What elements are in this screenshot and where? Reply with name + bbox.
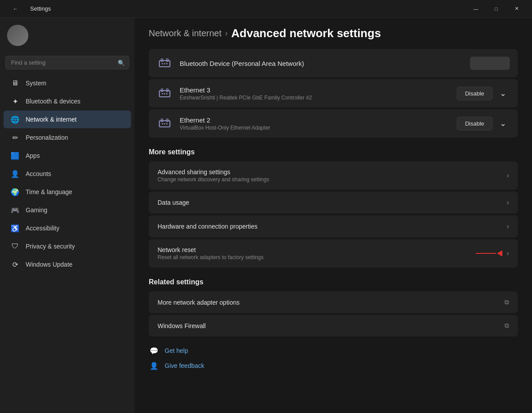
titlebar: ← Settings — □ ✕ (0, 0, 532, 18)
more-settings-row-2[interactable]: Hardware and connection properties › (149, 215, 518, 237)
sidebar-item-bluetooth[interactable]: ✦ Bluetooth & devices (4, 92, 131, 110)
related-settings-header: Related settings (149, 278, 518, 286)
disable-button-1[interactable]: Disable (457, 87, 493, 100)
give-feedback-label: Give feedback (165, 362, 204, 369)
settings-row-title-2: Hardware and connection properties (158, 223, 502, 230)
give-feedback-link[interactable]: 👤 Give feedback (149, 360, 518, 371)
settings-row-chevron-0: › (507, 172, 509, 180)
adapter-desc-1: EeshwarSrishti | Realtek PCIe GbE Family… (180, 95, 450, 101)
breadcrumb-current: Advanced network settings (231, 27, 381, 40)
more-settings-header: More settings (149, 148, 518, 156)
adapter-icon-0 (157, 55, 173, 71)
more-settings-container: Advanced sharing settings Change network… (149, 161, 518, 237)
time-icon: 🌍 (11, 187, 19, 196)
settings-row-desc-0: Change network discovery and sharing set… (158, 176, 502, 183)
search-input[interactable] (5, 56, 129, 69)
sidebar-item-time[interactable]: 🌍 Time & language (4, 183, 131, 201)
expand-button-1[interactable]: ⌄ (496, 87, 510, 100)
settings-row-title-1: Data usage (158, 199, 502, 206)
network-reset-title: Network reset (158, 246, 467, 253)
sidebar-item-accessibility[interactable]: ♿ Accessibility (4, 219, 131, 237)
svg-point-15 (162, 123, 163, 125)
system-icon: 🖥 (11, 79, 19, 88)
give-feedback-icon: 👤 (149, 360, 159, 371)
content-area: Network & internet › Advanced network se… (135, 18, 532, 413)
svg-point-16 (164, 123, 166, 125)
settings-row-content-2: Hardware and connection properties (158, 223, 502, 230)
avatar (7, 25, 28, 46)
more-settings-row-0[interactable]: Advanced sharing settings Change network… (149, 161, 518, 190)
related-row-content-1: Windows Firewall (158, 322, 500, 329)
sidebar-item-label-accessibility: Accessibility (26, 225, 59, 232)
sidebar-item-privacy[interactable]: 🛡 Privacy & security (4, 237, 131, 255)
svg-point-5 (166, 63, 168, 65)
minimize-button[interactable]: — (466, 2, 486, 16)
maximize-icon: □ (495, 6, 498, 11)
avatar-image (7, 25, 28, 46)
settings-row-title-0: Advanced sharing settings (158, 168, 502, 176)
get-help-link[interactable]: 💬 Get help (149, 345, 518, 356)
sidebar-item-network[interactable]: 🌐 Network & internet (4, 111, 131, 128)
svg-point-17 (166, 123, 168, 125)
main-layout: 🔍 🖥 System ✦ Bluetooth & devices 🌐 Netwo… (0, 18, 532, 413)
sidebar-item-label-network: Network & internet (26, 116, 77, 123)
back-icon: ← (13, 6, 18, 11)
network-reset-row[interactable]: Network reset Reset all network adapters… (149, 239, 518, 268)
related-settings-row-1[interactable]: Windows Firewall ⧉ (149, 315, 518, 337)
accounts-icon: 👤 (11, 169, 19, 178)
sidebar-item-label-update: Windows Update (26, 261, 73, 268)
adapter-info-2: Ethernet 2 VirtualBox Host-Only Ethernet… (180, 116, 450, 131)
network-reset-chevron: › (507, 249, 509, 257)
sidebar-item-gaming[interactable]: 🎮 Gaming (4, 201, 131, 219)
svg-point-9 (162, 93, 163, 95)
sidebar-item-accounts[interactable]: 👤 Accounts (4, 165, 131, 183)
breadcrumb: Network & internet › Advanced network se… (149, 27, 518, 40)
sidebar-item-apps[interactable]: 🟦 Apps (4, 147, 131, 164)
adapters-container: Bluetooth Device (Personal Area Network)… (149, 49, 518, 138)
external-link-icon-1: ⧉ (505, 322, 509, 329)
update-icon: ⟳ (11, 260, 19, 269)
personalization-icon: ✏ (11, 133, 19, 142)
sidebar-item-label-accounts: Accounts (26, 170, 51, 177)
adapter-info-1: Ethernet 3 EeshwarSrishti | Realtek PCIe… (180, 86, 450, 101)
sidebar-item-system[interactable]: 🖥 System (4, 74, 131, 92)
adapter-name-0: Bluetooth Device (Personal Area Network) (180, 60, 463, 67)
sidebar-item-update[interactable]: ⟳ Windows Update (4, 256, 131, 273)
related-row-content-0: More network adapter options (158, 299, 500, 306)
network-reset-desc: Reset all network adapters to factory se… (158, 254, 467, 260)
sidebar-profile (0, 18, 135, 53)
disable-button-2[interactable]: Disable (457, 117, 493, 130)
gaming-icon: 🎮 (11, 206, 19, 214)
arrow-line (476, 253, 496, 254)
get-help-label: Get help (165, 347, 188, 354)
arrow-indicator (476, 249, 502, 258)
get-help-icon: 💬 (149, 345, 159, 356)
expand-button-2[interactable]: ⌄ (496, 117, 510, 130)
back-button[interactable]: ← (5, 2, 26, 16)
adapter-actions-2: Disable ⌄ (457, 117, 510, 130)
sidebar-item-label-bluetooth: Bluetooth & devices (26, 98, 81, 105)
adapter-name-2: Ethernet 2 (180, 116, 450, 124)
close-icon: ✕ (515, 6, 519, 11)
related-settings-row-0[interactable]: More network adapter options ⧉ (149, 291, 518, 313)
adapter-icon-2 (157, 115, 173, 131)
breadcrumb-separator: › (225, 29, 228, 38)
more-settings-row-1[interactable]: Data usage › (149, 191, 518, 214)
sidebar-item-personalization[interactable]: ✏ Personalization (4, 129, 131, 146)
close-button[interactable]: ✕ (506, 2, 527, 16)
maximize-button[interactable]: □ (486, 2, 506, 16)
network-icon: 🌐 (11, 115, 19, 124)
apps-icon: 🟦 (11, 151, 19, 160)
arrow-head (497, 250, 502, 256)
related-row-title-0: More network adapter options (158, 299, 500, 306)
adapter-card-1: Ethernet 3 EeshwarSrishti | Realtek PCIe… (149, 79, 518, 107)
related-settings-container: More network adapter options ⧉ Windows F… (149, 291, 518, 337)
svg-point-3 (162, 63, 163, 65)
sidebar-item-label-time: Time & language (26, 188, 72, 195)
titlebar-title: Settings (30, 5, 51, 12)
adapter-info-0: Bluetooth Device (Personal Area Network) (180, 60, 463, 67)
search-box: 🔍 (5, 56, 129, 69)
settings-row-chevron-1: › (507, 199, 509, 206)
minimize-icon: — (474, 6, 478, 11)
adapter-card-0: Bluetooth Device (Personal Area Network) (149, 49, 518, 77)
